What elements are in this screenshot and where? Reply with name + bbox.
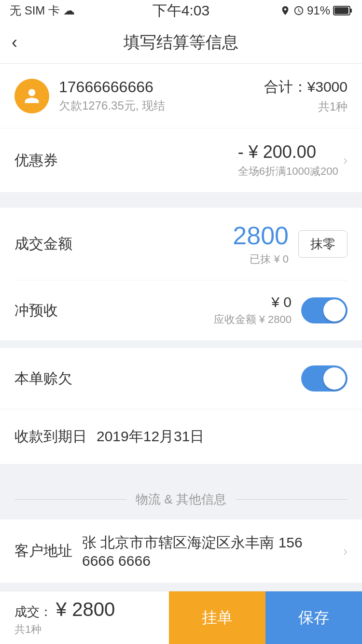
logistics-section-header: 物流 & 其他信息 — [0, 479, 362, 519]
customer-left: 17666666666 欠款1276.35元, 现结 — [14, 78, 165, 113]
amount-section: 成交金额 2800 已抹 ¥ 0 抹零 — [0, 208, 362, 280]
toggle-knob — [323, 299, 346, 322]
bottom-amount: ¥ 2800 — [56, 599, 115, 620]
status-right: 91% — [280, 4, 352, 17]
avatar — [14, 79, 49, 113]
back-button[interactable]: ‹ — [12, 32, 17, 53]
chevron-right-icon: › — [343, 544, 348, 559]
coupon-desc: 全场6折满1000减200 — [238, 164, 338, 179]
amount-label: 成交金额 — [14, 234, 72, 254]
no-sim-label: 无 SIM 卡 ☁ — [10, 3, 75, 18]
nav-bar: ‹ 填写结算等信息 — [0, 21, 362, 64]
customer-card: 17666666666 欠款1276.35元, 现结 合计：¥3000 共1种 … — [0, 64, 362, 192]
header-line-left — [14, 499, 126, 500]
prereceive-label: 冲预收 — [14, 301, 58, 321]
coupon-label: 优惠券 — [14, 151, 58, 170]
separator-1 — [0, 200, 362, 208]
debt-card: 本单赊欠 收款到期日 2019年12月31日 — [0, 348, 362, 464]
bottom-bar: 成交： ¥ 2800 共1种 挂单 保存 — [0, 591, 362, 644]
due-date-value: 2019年12月31日 — [97, 427, 204, 447]
status-left: 无 SIM 卡 ☁ — [10, 3, 75, 18]
due-date-label: 收款到期日 — [14, 427, 87, 447]
amount-value-wrap: 2800 已抹 ¥ 0 — [233, 221, 289, 266]
alarm-icon — [293, 5, 304, 16]
customer-debt: 欠款1276.35元, 现结 — [59, 98, 165, 113]
battery-label: 91% — [307, 4, 330, 17]
debt-toggle[interactable] — [301, 365, 348, 392]
customer-phone: 17666666666 — [59, 78, 165, 96]
debt-label: 本单赊欠 — [14, 369, 72, 389]
customer-row: 17666666666 欠款1276.35元, 现结 合计：¥3000 共1种 — [0, 64, 362, 128]
chevron-right-icon: › — [343, 153, 348, 168]
pending-button[interactable]: 挂单 — [169, 591, 265, 644]
separator-2 — [0, 340, 362, 348]
prereceive-value-wrap: ¥ 0 应收金额 ¥ 2800 — [214, 294, 292, 327]
save-button[interactable]: 保存 — [265, 591, 362, 644]
content-area: 17666666666 欠款1276.35元, 现结 合计：¥3000 共1种 … — [0, 64, 362, 644]
bottom-deal-row: 成交： ¥ 2800 — [14, 599, 154, 620]
bottom-deal-label: 成交： — [14, 604, 52, 619]
address-label: 客户地址 — [14, 541, 72, 561]
header-line-right — [236, 499, 348, 500]
prereceive-toggle[interactable] — [301, 297, 348, 323]
customer-total: 合计：¥3000 — [264, 77, 348, 97]
amount-value: 2800 — [233, 221, 289, 250]
address-card: 客户地址 张 北京市市辖区海淀区永丰南 156 6666 6666 › — [0, 519, 362, 583]
prereceive-sub: 应收金额 ¥ 2800 — [214, 312, 292, 327]
due-date-row: 收款到期日 2019年12月31日 — [0, 409, 362, 464]
customer-count: 共1种 — [264, 99, 348, 114]
status-bar: 无 SIM 卡 ☁ 下午4:03 91% — [0, 0, 362, 21]
location-icon — [280, 5, 291, 16]
svg-rect-1 — [350, 9, 352, 13]
coupon-amount: - ¥ 200.00 — [238, 142, 338, 162]
bottom-count: 共1种 — [14, 622, 154, 637]
coupon-right: - ¥ 200.00 全场6折满1000减200 › — [238, 142, 348, 179]
address-value: 张 北京市市辖区海淀区永丰南 156 6666 6666 — [82, 533, 334, 569]
logistics-label: 物流 & 其他信息 — [136, 491, 226, 508]
prereceive-value: ¥ 0 — [214, 294, 292, 310]
debt-toggle-knob — [323, 367, 346, 390]
coupon-info: - ¥ 200.00 全场6折满1000减200 — [238, 142, 338, 179]
bottom-summary: 成交： ¥ 2800 共1种 — [0, 599, 169, 637]
amount-row: 成交金额 2800 已抹 ¥ 0 抹零 — [14, 208, 348, 280]
amount-sub: 已抹 ¥ 0 — [233, 252, 289, 266]
svg-rect-2 — [334, 7, 348, 14]
prereceive-row: 冲预收 ¥ 0 应收金额 ¥ 2800 — [0, 280, 362, 340]
page-title: 填写结算等信息 — [124, 31, 238, 54]
customer-right: 合计：¥3000 共1种 — [264, 77, 348, 114]
customer-info: 17666666666 欠款1276.35元, 现结 — [59, 78, 165, 113]
prereceive-right: ¥ 0 应收金额 ¥ 2800 — [214, 294, 348, 327]
debt-row: 本单赊欠 — [0, 348, 362, 409]
amount-right: 2800 已抹 ¥ 0 抹零 — [233, 221, 348, 266]
coupon-row[interactable]: 优惠券 - ¥ 200.00 全场6折满1000减200 › — [0, 128, 362, 192]
status-time: 下午4:03 — [153, 1, 209, 21]
address-row[interactable]: 客户地址 张 北京市市辖区海淀区永丰南 156 6666 6666 › — [0, 519, 362, 583]
battery-icon — [333, 5, 352, 16]
separator-3 — [0, 472, 362, 479]
round-zero-button[interactable]: 抹零 — [298, 230, 348, 258]
